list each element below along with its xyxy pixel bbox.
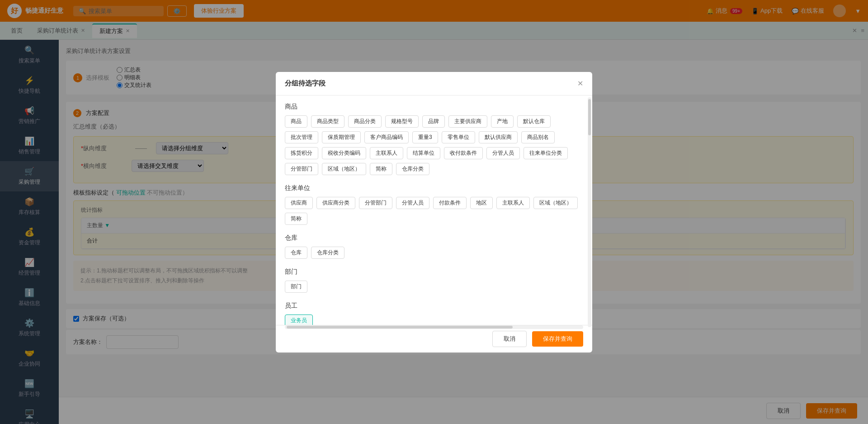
tag-payment-terms[interactable]: 收付款条件 [444,147,483,159]
modal: 分组待选字段 ✕ 商品 商品 商品类型 商品分类 规格型号 品牌 主要供应商 产… [276,72,592,353]
tag-spec-model[interactable]: 规格型号 [385,115,419,128]
modal-overlay: 分组待选字段 ✕ 商品 商品 商品类型 商品分类 规格型号 品牌 主要供应商 产… [0,0,868,424]
vertical-scrollbar[interactable] [588,97,591,327]
modal-footer: 取消 保存并查询 [276,325,592,353]
tag-tax-code[interactable]: 税收分类编码 [322,147,366,159]
counterpart-tags: 供应商 供应商分类 分管部门 分管人员 付款条件 地区 主联系人 区域（地区） … [285,197,583,225]
tag-abbr-counterpart[interactable]: 简称 [285,213,307,225]
tag-customer-code[interactable]: 客户商品编码 [364,131,409,143]
tag-supplier[interactable]: 供应商 [285,197,313,209]
section-counterpart-title: 往来单位 [285,184,583,192]
tag-region-product[interactable]: 区域（地区） [322,163,366,175]
section-counterpart: 往来单位 供应商 供应商分类 分管部门 分管人员 付款条件 地区 主联系人 区域… [285,184,583,225]
tag-dept[interactable]: 分管部门 [285,163,318,175]
section-warehouse: 仓库 仓库 仓库分类 [285,234,583,259]
modal-body: 商品 商品 商品类型 商品分类 规格型号 品牌 主要供应商 产地 默认仓库 批次… [276,95,592,325]
tag-pay-terms[interactable]: 付款条件 [433,197,467,209]
section-employee-title: 员工 [285,302,583,310]
section-employee: 员工 业务员 [285,302,583,325]
tag-product-category[interactable]: 商品分类 [348,115,382,128]
tag-weight3[interactable]: 重量3 [412,131,438,143]
tag-supplier-cat[interactable]: 供应商分类 [316,197,355,209]
tag-warehouse-cat[interactable]: 仓库分类 [396,163,429,175]
scroll-thumb [588,99,591,135]
tag-district[interactable]: 地区 [470,197,493,209]
tag-product[interactable]: 商品 [285,115,307,128]
tag-manage-person[interactable]: 分管人员 [396,197,429,209]
modal-close-icon[interactable]: ✕ [577,79,583,88]
tag-pick-points[interactable]: 拣货积分 [285,147,318,159]
tag-manage-dept[interactable]: 分管部门 [359,197,392,209]
tag-department[interactable]: 部门 [285,281,307,293]
tag-product-alias[interactable]: 商品别名 [521,131,555,143]
tag-main-supplier[interactable]: 主要供应商 [448,115,487,128]
tag-main-contact[interactable]: 主联系人 [370,147,403,159]
tag-product-type[interactable]: 商品类型 [311,115,344,128]
modal-save-button[interactable]: 保存并查询 [532,331,583,347]
tag-origin[interactable]: 产地 [491,115,514,128]
tag-manager[interactable]: 分管人员 [486,147,520,159]
tag-expiry-mgmt[interactable]: 保质期管理 [322,131,361,143]
modal-header: 分组待选字段 ✕ [276,72,592,95]
section-warehouse-title: 仓库 [285,234,583,242]
tag-brand[interactable]: 品牌 [422,115,445,128]
tag-batch-mgmt[interactable]: 批次管理 [285,131,318,143]
tag-settlement-unit[interactable]: 结算单位 [407,147,440,159]
h-scroll-thumb [287,326,513,329]
product-tags: 商品 商品类型 商品分类 规格型号 品牌 主要供应商 产地 默认仓库 批次管理 … [285,115,583,175]
tag-retail-unit[interactable]: 零售单位 [442,131,475,143]
tag-warehouse-category[interactable]: 仓库分类 [311,247,344,259]
section-department: 部门 部门 [285,268,583,293]
tag-counterpart-cat[interactable]: 往来单位分类 [524,147,568,159]
employee-tags: 业务员 [285,314,583,325]
modal-title: 分组待选字段 [285,79,326,88]
tag-default-supplier[interactable]: 默认供应商 [479,131,518,143]
section-product-title: 商品 [285,103,583,111]
tag-main-contact2[interactable]: 主联系人 [496,197,530,209]
horizontal-scrollbar[interactable] [285,325,583,329]
warehouse-tags: 仓库 仓库分类 [285,247,583,259]
section-product: 商品 商品 商品类型 商品分类 规格型号 品牌 主要供应商 产地 默认仓库 批次… [285,103,583,175]
tag-warehouse[interactable]: 仓库 [285,247,307,259]
tag-default-warehouse[interactable]: 默认仓库 [517,115,551,128]
tag-abbr-product[interactable]: 简称 [370,163,392,175]
section-department-title: 部门 [285,268,583,276]
tag-salesperson[interactable]: 业务员 [285,314,313,325]
modal-cancel-button[interactable]: 取消 [492,331,527,347]
tag-region-counterpart[interactable]: 区域（地区） [533,197,578,209]
department-tags: 部门 [285,281,583,293]
